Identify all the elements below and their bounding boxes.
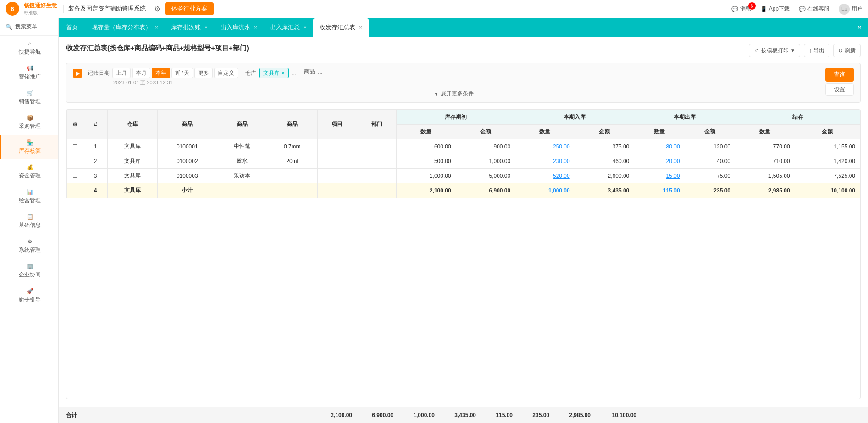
row1-dept — [357, 139, 397, 154]
sidebar-item-enterprise[interactable]: 🏢 企业协同 — [0, 258, 58, 283]
sidebar-item-finance[interactable]: 💰 资金管理 — [0, 159, 58, 184]
date-btn-last-month[interactable]: 上月 — [112, 68, 131, 78]
subtotal-out-amt: 235.00 — [685, 183, 735, 198]
table-row: ☐ 3 文具库 0100003 采访本 1,000.00 5,000.00 52… — [67, 169, 860, 183]
col-settings[interactable]: ⚙ — [67, 110, 83, 139]
tab-receive-send-close[interactable]: × — [359, 24, 362, 31]
sidebar-item-sales[interactable]: 🛒 销售管理 — [0, 85, 58, 110]
row3-opening-amt: 5,000.00 — [456, 169, 515, 183]
date-btn-this-year[interactable]: 本年 — [152, 68, 170, 78]
date-btn-this-month[interactable]: 本月 — [132, 68, 150, 78]
subtotal-empty1 — [217, 183, 267, 198]
print-button[interactable]: 🖨 按模板打印 ▼ — [749, 44, 800, 57]
trial-button[interactable]: 体验行业方案 — [165, 2, 214, 15]
sidebar-item-basic[interactable]: 📋 基础信息 — [0, 209, 58, 234]
row2-dept — [357, 154, 397, 169]
tab-stock-dist[interactable]: 现存量（库存分布表） × — [85, 18, 165, 37]
row3-in-qty[interactable]: 520.00 — [515, 169, 575, 183]
sidebar-item-quick-nav[interactable]: ⌂ 快捷导航 — [0, 36, 58, 60]
col-product-code: 商品 — [157, 110, 217, 139]
subtotal-label: 小计 — [157, 183, 217, 198]
row1-out-qty[interactable]: 80.00 — [634, 139, 685, 154]
row1-code: 0100001 — [157, 139, 217, 154]
tab-receive-send[interactable]: 收发存汇总表 × — [313, 18, 369, 37]
warehouse-tag[interactable]: 文具库 × — [259, 68, 289, 78]
tab-batch-ledger[interactable]: 库存批次账 × — [165, 18, 214, 37]
tab-inout-summary-close[interactable]: × — [304, 24, 307, 31]
warehouse-tag-close[interactable]: × — [282, 70, 285, 77]
col-product-spec: 商品 — [267, 110, 317, 139]
tab-batch-close[interactable]: × — [205, 24, 208, 31]
tab-inout-flow-close[interactable]: × — [254, 24, 257, 31]
tab-bar-close-icon[interactable]: × — [857, 23, 868, 32]
refresh-button[interactable]: ↻ 刷新 — [833, 44, 861, 57]
business-icon: 📊 — [27, 189, 33, 195]
filter-expand-arrow[interactable]: ▶ — [73, 69, 82, 78]
message-btn[interactable]: 💬 消息 6 — [731, 5, 751, 13]
date-btn-custom[interactable]: 自定义 — [214, 68, 238, 78]
quick-nav-icon: ⌂ — [28, 40, 31, 47]
settings-filter-button[interactable]: 设置 — [825, 83, 854, 96]
row1-opening-amt: 900.00 — [456, 139, 515, 154]
row2-in-qty[interactable]: 230.00 — [515, 154, 575, 169]
row2-check[interactable]: ☐ — [67, 154, 83, 169]
subtotal-in-qty[interactable]: 1,000.00 — [515, 183, 575, 198]
col-group-closing: 结存 — [735, 110, 860, 125]
query-button[interactable]: 查询 — [825, 68, 854, 82]
sidebar-item-purchase[interactable]: 📦 采购管理 — [0, 110, 58, 135]
sidebar-item-newbie[interactable]: 🚀 新手引导 — [0, 283, 58, 308]
row3-no: 3 — [83, 169, 108, 183]
col-project: 项目 — [317, 110, 357, 139]
row3-out-qty[interactable]: 15.00 — [634, 169, 685, 183]
col-group-in: 本期入库 — [515, 110, 634, 125]
col-opening-amt: 金额 — [456, 125, 515, 139]
sidebar-item-marketing[interactable]: 📢 营销推广 — [0, 60, 58, 85]
row2-out-qty[interactable]: 20.00 — [634, 154, 685, 169]
row1-opening-qty: 600.00 — [397, 139, 456, 154]
row2-no: 2 — [83, 154, 108, 169]
row3-in-amt: 2,600.00 — [575, 169, 634, 183]
export-button[interactable]: ↑ 导出 — [804, 44, 829, 57]
total-in-amt: 3,435.00 — [439, 412, 476, 418]
sidebar-item-inventory[interactable]: 🏪 库存核算 — [0, 135, 58, 159]
tab-home[interactable]: 首页 — [59, 18, 85, 37]
total-spacer — [86, 412, 315, 418]
date-btn-more[interactable]: 更多 — [194, 68, 213, 78]
inventory-icon: 🏪 — [27, 139, 33, 146]
logo-text: 畅捷通好生意 标准版 — [24, 2, 57, 16]
top-header: 6 畅捷通好生意 标准版 装备及固定资产辅助管理系统 ⚙ 体验行业方案 💬 消息… — [0, 0, 868, 18]
online-service-btn[interactable]: 💬 在线客服 — [799, 5, 829, 13]
settings-gear-icon[interactable]: ⚙ — [154, 5, 160, 13]
app-download-btn[interactable]: 📱 App下载 — [760, 5, 790, 13]
row2-project — [317, 154, 357, 169]
subtotal-closing-amt: 10,100.00 — [795, 183, 860, 198]
sidebar-item-system[interactable]: ⚙ 系统管理 — [0, 234, 58, 258]
user-area[interactable]: Ea 用户 — [839, 4, 862, 15]
product-dots[interactable]: ... — [318, 68, 323, 75]
row3-opening-qty: 1,000.00 — [397, 169, 456, 183]
date-btn-7days[interactable]: 近7天 — [171, 68, 193, 78]
row1-check[interactable]: ☐ — [67, 139, 83, 154]
sidebar-search[interactable]: 🔍 搜索菜单 — [0, 18, 58, 36]
row3-check[interactable]: ☐ — [67, 169, 83, 183]
marketing-icon: 📢 — [27, 65, 33, 71]
row1-in-qty[interactable]: 250.00 — [515, 139, 575, 154]
tab-inout-flow[interactable]: 出入库流水 × — [214, 18, 264, 37]
row3-project — [317, 169, 357, 183]
search-icon: 🔍 — [6, 24, 12, 30]
col-department: 部门 — [357, 110, 397, 139]
row1-out-amt: 120.00 — [685, 139, 735, 154]
row2-out-amt: 40.00 — [685, 154, 735, 169]
sidebar-item-business[interactable]: 📊 经营管理 — [0, 184, 58, 209]
chevron-down-icon: ▼ — [791, 48, 795, 53]
table-row: ☐ 1 文具库 0100001 中性笔 0.7mm 600.00 900.00 … — [67, 139, 860, 154]
warehouse-dots[interactable]: ... — [292, 70, 297, 77]
expand-more-btn[interactable]: ▼ 展开更多条件 — [434, 90, 474, 98]
row2-closing-amt: 1,420.00 — [795, 154, 860, 169]
tab-inout-summary[interactable]: 出入库汇总 × — [264, 18, 313, 37]
subtotal-out-qty[interactable]: 115.00 — [634, 183, 685, 198]
refresh-icon: ↻ — [838, 48, 843, 54]
page-title: 收发存汇总表(按仓库+商品编码+商品+规格型号+项目+部门) — [66, 44, 249, 53]
col-in-qty: 数量 — [515, 125, 575, 139]
tab-stock-dist-close[interactable]: × — [155, 24, 158, 31]
